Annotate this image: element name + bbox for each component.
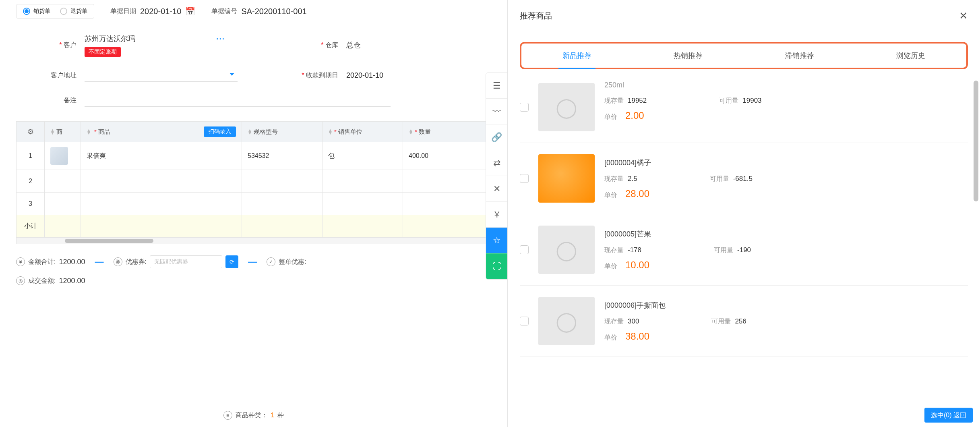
rail-exchange-icon[interactable]: ⇄ bbox=[486, 150, 507, 176]
total-amount: ¥ 金额合计: 1200.00 bbox=[16, 257, 85, 266]
row-spec[interactable] bbox=[242, 193, 323, 215]
rail-chart-icon[interactable]: 〰 bbox=[486, 99, 507, 124]
col-spec[interactable]: ▲▼规格型号 bbox=[242, 122, 323, 142]
gear-icon: ⚙ bbox=[27, 127, 34, 136]
refresh-coupon-button[interactable]: ⟳ bbox=[225, 255, 238, 268]
row-name[interactable] bbox=[81, 170, 242, 192]
due-value[interactable]: 2020-01-10 bbox=[346, 71, 467, 80]
row-index: 1 bbox=[17, 142, 45, 170]
row-unit[interactable] bbox=[323, 170, 403, 192]
stock-label: 现存量 bbox=[604, 247, 624, 253]
avail-value: 256 bbox=[735, 317, 746, 325]
col-pic[interactable]: ▲▼商 bbox=[45, 122, 81, 142]
sort-icon: ▲▼ bbox=[328, 129, 333, 135]
sort-icon: ▲▼ bbox=[248, 129, 252, 135]
row-index: 2 bbox=[17, 170, 45, 192]
coupon-input[interactable]: 无匹配优惠券 bbox=[150, 255, 222, 268]
table-row[interactable]: 2 bbox=[17, 170, 491, 192]
price-value: 2.00 bbox=[625, 110, 644, 121]
doc-number: 单据编号 SA-20200110-001 bbox=[211, 7, 306, 16]
horizontal-scrollbar[interactable] bbox=[17, 237, 491, 244]
row-unit[interactable]: 包 bbox=[323, 142, 403, 170]
settings-col[interactable]: ⚙ bbox=[17, 122, 45, 142]
checkbox[interactable] bbox=[520, 174, 529, 183]
more-dots-icon[interactable]: ⋯ bbox=[216, 33, 225, 44]
row-unit[interactable] bbox=[323, 193, 403, 215]
row-name[interactable]: 果倍爽 bbox=[81, 142, 242, 170]
stock-label: 现存量 bbox=[604, 175, 624, 182]
radio-return-label: 退货单 bbox=[70, 8, 87, 15]
recommend-item[interactable]: ◯[0000005]芒果现存量-178可用量-190单价10.00 bbox=[520, 214, 968, 286]
scan-input-button[interactable]: 扫码录入 bbox=[204, 126, 236, 137]
price-value: 28.00 bbox=[625, 188, 649, 199]
sort-icon: ▲▼ bbox=[409, 129, 413, 135]
table-row[interactable]: 1果倍爽534532包400.00 bbox=[17, 142, 491, 170]
order-discount[interactable]: ✓ 整单优惠: bbox=[267, 257, 306, 266]
subtotal-label: 小计 bbox=[17, 215, 45, 237]
row-qty[interactable]: 400.00 bbox=[403, 142, 451, 170]
checkbox[interactable] bbox=[520, 245, 529, 254]
recommend-tab[interactable]: 热销推荐 bbox=[674, 48, 703, 64]
recommend-tab[interactable]: 浏览历史 bbox=[896, 48, 925, 64]
subtotal-row: 小计 bbox=[17, 215, 491, 237]
product-image: ◯ bbox=[538, 297, 595, 345]
row-name[interactable] bbox=[81, 193, 242, 215]
recommend-item[interactable]: [0000004]橘子现存量2.5可用量-681.5单价28.00 bbox=[520, 143, 968, 214]
checkbox[interactable] bbox=[520, 103, 529, 112]
coupon-icon: 券 bbox=[114, 257, 122, 266]
row-qty[interactable] bbox=[403, 193, 451, 215]
avail-label: 可用量 bbox=[714, 247, 733, 253]
stock-label: 现存量 bbox=[604, 97, 624, 104]
rail-receipt-icon[interactable]: ✕ bbox=[486, 176, 507, 202]
doc-date: 单据日期 2020-01-10 📅 bbox=[110, 6, 195, 16]
calendar-icon[interactable]: 📅 bbox=[185, 6, 195, 16]
row-thumb bbox=[45, 193, 81, 215]
coupon: 券 优惠券: 无匹配优惠券 ⟳ bbox=[114, 255, 238, 268]
stock-value: 2.5 bbox=[628, 175, 637, 182]
price-value: 38.00 bbox=[625, 331, 649, 342]
recommend-item[interactable]: ◯250ml现存量19952可用量19903单价2.00 bbox=[520, 72, 968, 143]
recommend-tab[interactable]: 新品推荐 bbox=[562, 48, 591, 64]
avail-value: -190 bbox=[737, 246, 751, 254]
recommend-list: ◯250ml现存量19952可用量19903单价2.00[0000004]橘子现… bbox=[508, 72, 980, 427]
row-spec[interactable]: 534532 bbox=[242, 142, 323, 170]
radio-sales[interactable]: 销货单 bbox=[23, 8, 50, 15]
remark-input[interactable] bbox=[85, 94, 391, 107]
recommend-tabs: 新品推荐热销推荐滞销推荐浏览历史 bbox=[520, 42, 968, 69]
avail-value: -681.5 bbox=[733, 175, 753, 182]
customer-field[interactable]: 苏州万达沃尔玛 ⋯ bbox=[85, 33, 278, 44]
deal-icon: ◎ bbox=[16, 276, 25, 285]
addr-select[interactable] bbox=[85, 69, 238, 82]
recommend-tab[interactable]: 滞销推荐 bbox=[785, 48, 814, 64]
row-thumb bbox=[45, 170, 81, 192]
doc-header: 销货单 退货单 单据日期 2020-01-10 📅 单据编号 SA-202001… bbox=[16, 4, 491, 22]
discount-icon: ✓ bbox=[267, 257, 275, 266]
radio-return[interactable]: 退货单 bbox=[60, 8, 87, 15]
vertical-scrollbar[interactable] bbox=[974, 81, 978, 201]
col-unit[interactable]: ▲▼销售单位 bbox=[323, 122, 403, 142]
rail-link-icon[interactable]: 🔗 bbox=[486, 124, 507, 150]
doc-date-value[interactable]: 2020-01-10 bbox=[140, 7, 181, 16]
checkbox[interactable] bbox=[520, 317, 529, 325]
rail-yen-icon[interactable]: ￥ bbox=[486, 202, 507, 228]
price-label: 单价 bbox=[604, 334, 617, 341]
rail-expand-icon[interactable]: ⛶ bbox=[486, 253, 507, 279]
stock-value: 19952 bbox=[628, 97, 647, 104]
col-qty[interactable]: ▲▼数量 bbox=[403, 122, 451, 142]
row-qty[interactable] bbox=[403, 170, 451, 192]
close-icon[interactable]: ✕ bbox=[959, 10, 968, 22]
radio-icon bbox=[60, 8, 67, 15]
table-row[interactable]: 3 bbox=[17, 192, 491, 215]
warehouse-value[interactable]: 总仓 bbox=[346, 40, 467, 50]
row-thumb bbox=[45, 142, 81, 170]
customer-label: 客户 bbox=[59, 41, 85, 50]
select-return-button[interactable]: 选中(0) 返回 bbox=[924, 408, 973, 423]
product-name: [0000005]芒果 bbox=[604, 229, 968, 239]
recommend-item[interactable]: ◯[0000006]手撕面包现存量300可用量256单价38.00 bbox=[520, 286, 968, 357]
rail-doc-icon[interactable]: ☰ bbox=[486, 73, 507, 99]
side-rail: ☰ 〰 🔗 ⇄ ✕ ￥ ☆ ⛶ bbox=[486, 73, 507, 280]
row-spec[interactable] bbox=[242, 170, 323, 192]
col-name[interactable]: ▲▼商品 扫码录入 bbox=[81, 122, 242, 142]
stock-value: -178 bbox=[628, 246, 641, 254]
rail-star-icon[interactable]: ☆ bbox=[486, 228, 507, 253]
